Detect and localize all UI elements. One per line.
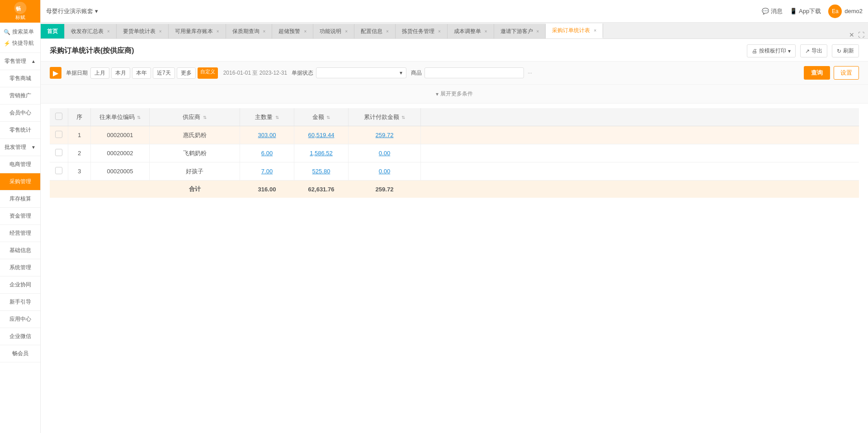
refresh-icon: ↻ [837,48,841,54]
tab-close-icon[interactable]: × [594,28,596,33]
tab-available-stock[interactable]: 可用量库存账本 × [169,24,226,38]
tab-home[interactable]: 首页 [41,24,65,38]
tab-expiry-query[interactable]: 保质期查询 × [226,24,273,38]
tab-close-icon[interactable]: × [485,29,487,34]
date-btn-last-month[interactable]: 上月 [90,67,109,79]
export-button[interactable]: ↗ 导出 [800,44,827,57]
tab-goods-stats[interactable]: 要货单统计表 × [117,24,169,38]
row-paid[interactable]: 0.00 [349,144,421,162]
goods-input[interactable] [425,67,524,78]
tab-close-icon[interactable]: × [263,29,266,34]
more-options-icon[interactable]: ··· [528,70,532,76]
date-btn-this-year[interactable]: 本年 [132,67,151,79]
sidebar-item-stock[interactable]: 库存核算 [0,190,40,208]
tab-label: 邀请下游客户 [500,28,533,35]
query-button[interactable]: 查询 [804,66,830,80]
sidebar-item-label: 电商管理 [9,161,31,167]
tab-close-icon[interactable]: × [107,29,110,34]
account-dropdown[interactable]: 母婴行业演示账套 ▾ [46,7,98,15]
settings-button[interactable]: 设置 [834,66,859,80]
date-range-display: 2016-01-01 至 2023-12-31 [223,69,287,77]
sidebar-item-enterprise[interactable]: 企业协同 [0,276,40,294]
maximize-window-icon[interactable]: ⛶ [858,31,864,38]
tab-label: 采购订单统计表 [552,27,590,34]
tab-over-stock-warning[interactable]: 超储预警 × [272,24,313,38]
user-profile[interactable]: Ea demo2 [828,5,863,18]
row-checkbox[interactable] [55,131,62,138]
row-amount[interactable]: 60,519.44 [294,126,349,144]
expand-more-btn[interactable]: ▾ 展开更多条件 [41,90,868,98]
tab-close-icon[interactable]: × [159,29,162,34]
tab-func-desc[interactable]: 功能说明 × [313,24,354,38]
sidebar-item-ecommerce[interactable]: 电商管理 [0,156,40,173]
date-btn-more[interactable]: 更多 [177,67,196,79]
sidebar-item-basic[interactable]: 基础信息 [0,242,40,259]
sidebar-item-retail-stats[interactable]: 零售统计 [0,122,40,139]
table-row: 1 00020001 惠氏奶粉 303.00 60,519.44 259.72 [50,126,859,144]
date-btn-this-month[interactable]: 本月 [111,67,130,79]
tab-cost-adjust[interactable]: 成本调整单 × [448,24,494,38]
sidebar-item-label: 会员中心 [9,109,31,116]
sort-icon[interactable]: ⇅ [203,115,207,120]
sidebar-item-system[interactable]: 系统管理 [0,259,40,276]
row-checkbox[interactable] [55,167,62,174]
row-paid[interactable]: 259.72 [349,126,421,144]
row-paid[interactable]: 0.00 [349,162,421,181]
chevron-down-icon: ▾ [788,48,791,54]
sort-icon[interactable]: ⇅ [137,115,141,120]
row-amount[interactable]: 525.80 [294,162,349,181]
row-extra [421,126,859,144]
sidebar-item-label: 基础信息 [9,247,31,253]
close-window-icon[interactable]: ✕ [849,31,854,38]
sort-icon[interactable]: ⇅ [275,115,279,120]
tab-close-icon[interactable]: × [537,29,539,34]
row-qty[interactable]: 7.00 [240,162,294,181]
tab-close-icon[interactable]: × [304,29,307,34]
sidebar-item-retail[interactable]: 零售管理 ▲ [0,53,40,70]
row-qty[interactable]: 303.00 [240,126,294,144]
tab-pick-task[interactable]: 拣货任务管理 × [396,24,448,38]
custom-date-badge: 自定义 [198,67,218,79]
filter-toggle-btn[interactable]: ▶ [50,67,61,79]
tab-close-icon[interactable]: × [345,29,348,34]
sidebar-item-finance[interactable]: 资金管理 [0,208,40,225]
sidebar-item-member[interactable]: 会员中心 [0,105,40,122]
quick-nav-item[interactable]: ⚡ 快捷导航 [3,38,38,49]
username: demo2 [844,8,863,14]
footer-paid: 259.72 [349,181,421,198]
tab-label: 配置信息 [361,28,382,35]
sort-icon[interactable]: ⇅ [401,115,405,120]
sidebar-item-retail-mall[interactable]: 零售商城 [0,70,40,87]
status-select[interactable]: ▾ [316,67,406,78]
tab-invite-downstream[interactable]: 邀请下游客户 × [494,24,546,38]
row-code: 00020002 [91,144,150,162]
row-check [50,126,68,144]
sidebar-item-newguide[interactable]: 新手引导 [0,294,40,311]
row-amount[interactable]: 1,586.52 [294,144,349,162]
search-menu-item[interactable]: 🔍 搜索菜单 [3,26,38,38]
print-button[interactable]: 🖨 按模板打印 ▾ [747,44,796,57]
row-checkbox[interactable] [55,149,62,156]
message-btn[interactable]: 💬 消息 [762,7,783,15]
tab-collect-summary[interactable]: 收发存汇总表 × [65,24,117,38]
sidebar-item-marketing[interactable]: 营销推广 [0,87,40,105]
main-content: 母婴行业演示账套 ▾ 💬 消息 📱 App下载 Ea demo2 首页 [41,0,868,433]
refresh-button[interactable]: ↻ 刷新 [832,44,859,57]
app-download-btn[interactable]: 📱 App下载 [790,7,821,15]
sidebar-item-purchase[interactable]: 采购管理 [0,173,40,190]
date-btn-7days[interactable]: 近7天 [153,67,175,79]
tab-close-icon[interactable]: × [386,29,389,34]
tab-config-info[interactable]: 配置信息 × [354,24,396,38]
sidebar-item-wechat[interactable]: 企业微信 [0,328,40,345]
sort-icon[interactable]: ⇅ [326,115,330,120]
tab-close-icon[interactable]: × [217,29,219,34]
sidebar-item-label: 库存核算 [9,195,31,202]
sidebar-item-appcenter[interactable]: 应用中心 [0,311,40,328]
sidebar-item-operation[interactable]: 经营管理 [0,225,40,242]
tab-close-icon[interactable]: × [438,29,441,34]
select-all-checkbox[interactable] [55,113,62,120]
tab-purchase-summary[interactable]: 采购订单统计表 × [546,24,603,38]
row-qty[interactable]: 6.00 [240,144,294,162]
sidebar-item-vip[interactable]: 畅会员 [0,345,40,362]
sidebar-item-wholesale[interactable]: 批发管理 ▼ [0,139,40,156]
